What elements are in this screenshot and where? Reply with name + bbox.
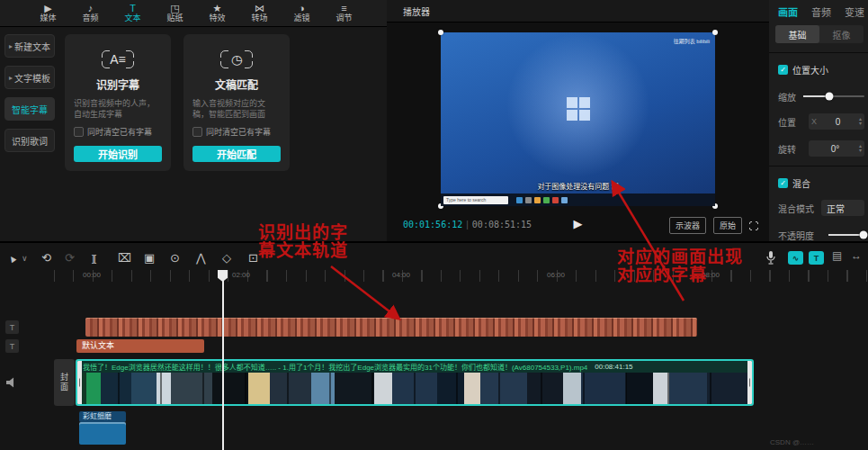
play-button[interactable]: ▶ — [574, 217, 583, 230]
rotation-input[interactable]: 0° ▴▾ — [809, 140, 864, 157]
smart-subtitle-tool-icon[interactable]: ∿ — [788, 251, 803, 265]
position-x-input[interactable]: X 0 ▴▾ — [809, 113, 864, 130]
effects-icon: ★ — [213, 4, 222, 14]
mirror-icon[interactable]: ⋀ — [196, 248, 206, 268]
clip-trim-handle-right[interactable] — [747, 361, 752, 404]
undo-icon[interactable]: ⟲ — [41, 248, 51, 268]
playhead-line[interactable] — [222, 270, 224, 450]
card-title: 识别字幕 — [96, 76, 139, 92]
subtitle-scan-icon: A≡ — [102, 50, 134, 68]
oscilloscope-button[interactable]: 示波器 — [669, 217, 706, 234]
record-voiceover-icon[interactable] — [765, 250, 776, 269]
sidebar-item-new-text[interactable]: ▸新建文本 — [4, 34, 55, 58]
csdn-watermark: CSDN @…… — [770, 438, 814, 446]
text-tool-icon[interactable]: T — [809, 251, 824, 265]
freeze-frame-icon[interactable]: ▣ — [144, 248, 155, 268]
timeline-ruler[interactable] — [54, 270, 868, 282]
total-time: 00:08:51:15 — [472, 220, 532, 230]
redo-icon[interactable]: ⟳ — [65, 248, 75, 268]
nav-effects[interactable]: ★特效 — [196, 4, 238, 23]
tab-speed[interactable]: 变速 — [845, 4, 864, 19]
nav-transition[interactable]: ⋈转场 — [238, 4, 281, 23]
taskbar-search: Type here to search — [443, 196, 508, 204]
selection-handle[interactable] — [712, 30, 718, 35]
nav-audio[interactable]: ♪音频 — [69, 4, 112, 23]
adjust-icon: ≡ — [341, 4, 346, 14]
subtitle-cards: A≡ 识别字幕 识别音视频中的人声，自动生成字幕 同时清空已有字幕 开始识别 ◷… — [65, 34, 290, 171]
stepper-down-icon: ▾ — [859, 122, 862, 126]
fullscreen-icon[interactable] — [749, 221, 758, 230]
player-title: 播放器 — [387, 0, 769, 22]
checkbox[interactable] — [74, 127, 84, 137]
subtab-basic[interactable]: 基础 — [775, 25, 819, 43]
start-match-button[interactable]: 开始匹配 — [192, 146, 281, 162]
split-icon[interactable]: ][ — [92, 248, 95, 268]
stepper[interactable]: ▴▾ — [859, 117, 862, 126]
clip-trim-handle-left[interactable] — [77, 361, 82, 404]
card-title: 文稿匹配 — [215, 76, 258, 92]
video-clip[interactable]: 我悟了！Edge浏览器居然还能这样用！！很多人都不知道….. - 1.用了1个月… — [76, 359, 754, 406]
select-tool-caret-icon[interactable]: ∨ — [22, 248, 28, 268]
text-sidebar: ▸新建文本 ▸文字模板 智能字幕 识别歌词 — [0, 27, 59, 241]
nav-sticker[interactable]: ◳贴纸 — [154, 4, 196, 23]
nav-media[interactable]: ▶媒体 — [27, 4, 69, 23]
opacity-slider[interactable] — [828, 234, 864, 236]
original-ratio-button[interactable]: 原始 — [713, 217, 742, 234]
clear-existing-checkbox-row: 同时清空已有字幕 — [74, 126, 162, 138]
audio-clip[interactable] — [79, 422, 126, 445]
player-panel: 播放器 往期列表 bilibili 对于图像处理没有问题 制 Type here… — [387, 0, 770, 241]
checkbox-checked-icon[interactable]: ✓ — [778, 178, 788, 188]
scale-row: 缩放 — [778, 88, 864, 104]
sidebar-item-text-template[interactable]: ▸文字模板 — [4, 66, 55, 89]
filter-icon: ◑ — [299, 4, 305, 14]
inspector-panel: 画面 音频 变速 基础 抠像 ✓ 位置大小 缩放 位置 X 0 ▴▾ 旋转 — [769, 0, 868, 241]
text-track-header-icon[interactable]: T — [5, 339, 19, 353]
checkbox-checked-icon[interactable]: ✓ — [778, 65, 788, 75]
cover-button[interactable]: 封面 — [54, 359, 75, 406]
nav-text[interactable]: T文本 — [112, 4, 154, 23]
sticker-icon: ◳ — [170, 4, 179, 14]
selection-handle[interactable] — [438, 30, 443, 35]
video-editor-app: ▶媒体 ♪音频 T文本 ◳贴纸 ★特效 ⋈转场 ◑滤镜 ≡调节 ▸新建文本 ▸文… — [0, 0, 868, 450]
script-match-icon: ◷ — [220, 50, 253, 68]
text-track-header-icon[interactable]: T — [5, 320, 19, 334]
video-clip-title: 我悟了！Edge浏览器居然还能这样用！！很多人都不知道….. - 1.用了1个月… — [83, 362, 587, 372]
recognize-subtitle-card: A≡ 识别字幕 识别音视频中的人声，自动生成字幕 同时清空已有字幕 开始识别 — [65, 34, 171, 171]
tab-audio[interactable]: 音频 — [811, 4, 831, 19]
stepper[interactable]: ▴▾ — [859, 144, 862, 153]
nav-adjust[interactable]: ≡调节 — [323, 4, 365, 23]
sidebar-item-smart-subtitle[interactable]: 智能字幕 — [4, 97, 55, 121]
media-icon: ▶ — [44, 4, 51, 14]
tab-picture[interactable]: 画面 — [778, 4, 798, 19]
mute-track-icon[interactable] — [6, 377, 18, 388]
default-text-clip[interactable]: 默认文本 — [76, 339, 204, 353]
subtitle-text-track[interactable] — [85, 318, 697, 337]
video-subtitle-overlay: 对于图像处理没有问题 制 — [441, 181, 715, 191]
sidebar-item-lyrics-recognition[interactable]: 识别歌词 — [4, 129, 55, 152]
audio-clip-label[interactable]: 彩虹细磨 — [79, 411, 126, 422]
track-layers-icon[interactable]: ▤ — [832, 249, 842, 262]
subtab-cutout[interactable]: 抠像 — [819, 25, 864, 43]
audio-icon: ♪ — [88, 4, 94, 14]
rotate-icon[interactable]: ◇ — [222, 248, 231, 268]
start-recognize-button[interactable]: 开始识别 — [74, 146, 162, 162]
inspector-subtabs: 基础 抠像 — [775, 25, 864, 43]
crop-icon[interactable]: ⊡ — [248, 248, 258, 268]
ruler-tick-label: 04:00 — [392, 271, 410, 279]
timeline-zoom-fit-icon[interactable]: ↔ — [851, 249, 862, 262]
inspector-tabs: 画面 音频 变速 — [778, 4, 864, 19]
windows-logo — [567, 97, 590, 121]
checkbox[interactable] — [192, 127, 202, 137]
video-preview[interactable]: 往期列表 bilibili 对于图像处理没有问题 制 Type here to … — [441, 32, 715, 206]
taskbar-icons — [516, 197, 568, 203]
rotation-row: 旋转 0° ▴▾ — [778, 140, 864, 157]
delete-icon[interactable]: ⌧ — [118, 248, 131, 268]
reverse-icon[interactable]: ⊙ — [170, 248, 180, 268]
blend-mode-select[interactable]: 正常 — [821, 200, 864, 216]
transition-icon: ⋈ — [255, 4, 264, 14]
scale-slider[interactable] — [803, 95, 864, 97]
text-module-panel: ▸新建文本 ▸文字模板 智能字幕 识别歌词 A≡ 识别字幕 识别音视频中的人声，… — [0, 27, 388, 241]
nav-filter[interactable]: ◑滤镜 — [281, 4, 323, 23]
ruler-tick-label: 02:00 — [232, 271, 250, 279]
blend-group: ✓ 混合 — [778, 175, 864, 191]
